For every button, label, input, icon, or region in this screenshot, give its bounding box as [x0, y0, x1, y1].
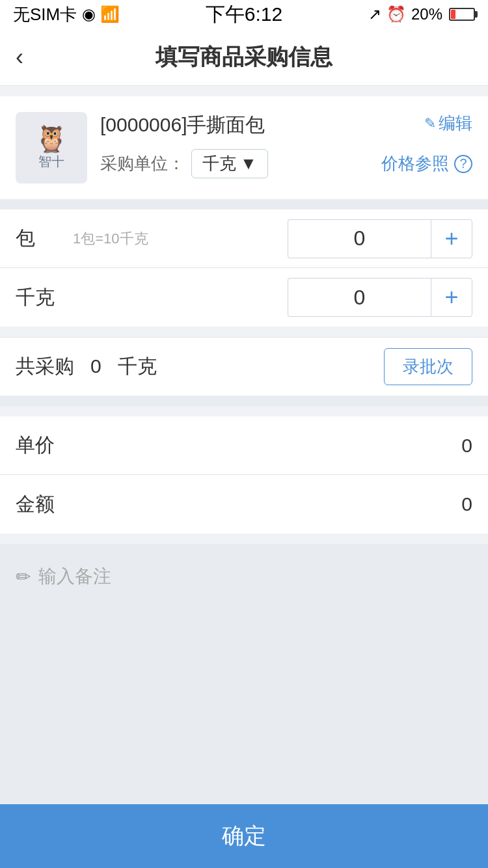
battery-fill	[451, 10, 455, 19]
edit-label: 编辑	[439, 112, 472, 135]
page-title: 填写商品采购信息	[156, 42, 332, 72]
kg-input-row: 千克 +	[0, 268, 488, 327]
divider-2	[0, 396, 488, 406]
purchase-unit-label: 采购单位：	[100, 152, 185, 175]
price-ref-label: 价格参照	[381, 152, 449, 175]
carrier-label: 无SIM卡	[13, 3, 77, 26]
summary-row: 共采购 0 千克 录批次	[0, 337, 488, 396]
summary-quantity: 0	[90, 355, 102, 377]
bag-input-row: 包 1包=10千克 +	[0, 210, 488, 268]
input-section: 包 1包=10千克 + 千克 +	[0, 210, 488, 327]
product-brand-label: 智十	[38, 153, 64, 170]
status-bar: 无SIM卡 ◉ 📶 下午6:12 ↗ ⏰ 20%	[0, 0, 488, 29]
kg-input-right: +	[288, 278, 472, 317]
summary-unit: 千克	[118, 355, 157, 377]
nav-bar: ‹ 填写商品采购信息	[0, 29, 488, 86]
status-time: 下午6:12	[206, 1, 282, 28]
confirm-bar[interactable]: 确定	[0, 804, 488, 868]
bag-sublabel: 1包=10千克	[73, 229, 148, 249]
unit-price-value: 0	[461, 435, 472, 457]
bag-plus-button[interactable]: +	[431, 219, 472, 258]
bag-label: 包	[16, 225, 68, 252]
amount-value: 0	[461, 493, 472, 515]
bottom-area	[0, 609, 488, 830]
pencil-icon: ✏	[16, 566, 31, 588]
unit-price-label: 单价	[16, 432, 55, 459]
kg-label: 千克	[16, 284, 68, 311]
product-owl-icon: 🦉	[35, 126, 68, 152]
status-left: 无SIM卡 ◉ 📶	[13, 3, 120, 26]
product-image: 🦉 智十	[16, 112, 87, 183]
location-icon: ↗	[368, 5, 381, 23]
product-info: [0000006]手撕面包 ✎ 编辑 采购单位： 千克 ▼ 价格参照 ?	[100, 112, 472, 178]
record-batch-button[interactable]: 录批次	[384, 348, 472, 385]
battery-icon	[449, 8, 475, 21]
battery-percent: 20%	[411, 5, 442, 23]
bag-input[interactable]	[288, 219, 431, 258]
unit-select[interactable]: 千克 ▼	[191, 149, 268, 178]
amount-label: 金额	[16, 491, 55, 518]
edit-icon: ✎	[424, 115, 436, 132]
help-icon: ?	[454, 155, 472, 173]
purchase-unit-row: 采购单位： 千克 ▼ 价格参照 ?	[100, 149, 472, 178]
edit-button[interactable]: ✎ 编辑	[424, 112, 472, 135]
summary-text: 共采购 0 千克	[16, 353, 157, 380]
status-right: ↗ ⏰ 20%	[368, 5, 475, 23]
unit-dropdown-icon: ▼	[240, 154, 257, 174]
product-header: [0000006]手撕面包 ✎ 编辑	[100, 112, 472, 139]
product-card: 🦉 智十 [0000006]手撕面包 ✎ 编辑 采购单位： 千克 ▼ 价格参照 …	[0, 96, 488, 199]
summary-prefix: 共采购	[16, 355, 74, 377]
wifi-icon: ◉ 📶	[82, 5, 120, 23]
divider-1	[0, 199, 488, 210]
back-button[interactable]: ‹	[16, 44, 23, 71]
price-ref-button[interactable]: 价格参照 ?	[381, 152, 472, 175]
unit-value: 千克	[202, 152, 236, 175]
product-name: [0000006]手撕面包	[100, 112, 424, 139]
kg-plus-button[interactable]: +	[431, 278, 472, 317]
unit-price-row: 单价 0	[0, 416, 488, 475]
kg-input[interactable]	[288, 278, 431, 317]
confirm-button[interactable]: 确定	[222, 821, 266, 851]
note-placeholder: 输入备注	[38, 564, 111, 589]
alarm-icon: ⏰	[386, 5, 406, 23]
price-section: 单价 0 金额 0	[0, 416, 488, 534]
bag-input-right: +	[288, 219, 472, 258]
note-section[interactable]: ✏ 输入备注	[0, 544, 488, 609]
amount-row: 金额 0	[0, 475, 488, 534]
